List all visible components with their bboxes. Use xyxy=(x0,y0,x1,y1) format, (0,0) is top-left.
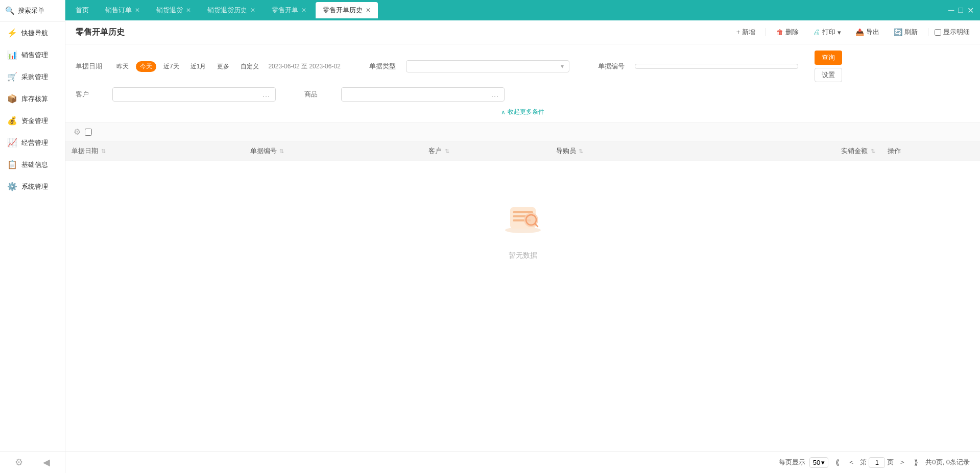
goods-dots[interactable]: … xyxy=(491,90,499,99)
th-date[interactable]: 单据日期 ⇅ xyxy=(65,141,244,161)
show-detail-checkbox[interactable]: 显示明细 xyxy=(935,28,970,37)
table-settings-icon[interactable]: ⚙ xyxy=(74,127,81,137)
select-all-checkbox[interactable] xyxy=(85,129,92,136)
sidebar-item-label: 库存核算 xyxy=(21,94,48,104)
th-guide[interactable]: 导购员 ⇅ xyxy=(550,141,703,161)
tab-retail-open[interactable]: 零售开单 ✕ xyxy=(265,2,314,18)
settings-footer-icon[interactable]: ⚙ xyxy=(15,457,23,468)
page-next-btn[interactable]: ＞ xyxy=(896,457,909,468)
tab-retail-history-close[interactable]: ✕ xyxy=(366,7,371,14)
sort-date-icon[interactable]: ⇅ xyxy=(101,148,106,154)
number-input[interactable] xyxy=(635,64,798,69)
th-date-label: 单据日期 xyxy=(71,147,98,155)
tab-sales-return-history[interactable]: 销货退货历史 ✕ xyxy=(200,2,262,18)
sidebar-item-sales-mgmt[interactable]: 📊 销售管理 xyxy=(0,44,65,66)
th-number[interactable]: 单据编号 ⇅ xyxy=(244,141,423,161)
delete-icon: 🗑 xyxy=(776,28,783,36)
settings-button[interactable]: 设置 xyxy=(815,68,842,82)
date-label: 单据日期 xyxy=(76,62,104,71)
inventory-icon: 📦 xyxy=(7,94,17,104)
sidebar-item-basic-info[interactable]: 📋 基础信息 xyxy=(0,154,65,176)
tab-home[interactable]: 首页 xyxy=(68,2,96,18)
basic-info-icon: 📋 xyxy=(7,160,17,169)
tab-retail-history[interactable]: 零售开单历史 ✕ xyxy=(316,2,378,18)
sidebar-item-label: 经营管理 xyxy=(21,138,48,147)
table-wrap: 单据日期 ⇅ 单据编号 ⇅ 客户 ⇅ 导购员 ⇅ xyxy=(65,141,980,451)
sidebar-item-finance[interactable]: 💰 资金管理 xyxy=(0,110,65,132)
filter-row-2: 客户 … 商品 … xyxy=(76,87,970,102)
search-icon: 🔍 xyxy=(5,6,15,15)
type-select[interactable]: ▾ xyxy=(406,60,569,72)
print-button[interactable]: 🖨 打印 ▾ xyxy=(809,26,845,39)
date-opt-7days[interactable]: 近7天 xyxy=(159,61,183,72)
sidebar: 🔍 搜索采单 ⚡ 快捷导航 📊 销售管理 🛒 采购管理 📦 库存核算 💰 资金管… xyxy=(0,0,65,473)
page-first-btn[interactable]: ⟪ xyxy=(832,457,843,467)
print-label: 打印 xyxy=(822,28,835,37)
date-opt-more[interactable]: 更多 xyxy=(213,61,233,72)
th-number-label: 单据编号 xyxy=(250,147,277,155)
page-input[interactable] xyxy=(869,457,885,468)
th-amount[interactable]: 实销金额 ⇅ xyxy=(703,141,881,161)
close-window-icon[interactable]: ✕ xyxy=(967,6,974,15)
goods-input[interactable]: … xyxy=(341,87,505,102)
collapse-sidebar-icon[interactable]: ◀ xyxy=(43,457,50,468)
tab-sales-order[interactable]: 销售订单 ✕ xyxy=(98,2,147,18)
th-customer-label: 客户 xyxy=(428,147,442,155)
sort-guide-icon[interactable]: ⇅ xyxy=(579,148,583,154)
type-label: 单据类型 xyxy=(369,62,398,71)
minimize-icon[interactable]: ─ xyxy=(948,6,954,15)
tab-sales-return[interactable]: 销货退货 ✕ xyxy=(149,2,198,18)
tab-retail-open-label: 零售开单 xyxy=(272,6,298,15)
sidebar-item-label: 采购管理 xyxy=(21,72,48,82)
filter-area: 单据日期 昨天 今天 近7天 近1月 更多 自定义 2023-06-02 至 2… xyxy=(65,44,980,123)
sidebar-search[interactable]: 🔍 搜索采单 xyxy=(0,0,65,22)
tab-sales-return-close[interactable]: ✕ xyxy=(186,7,191,14)
date-opt-yesterday[interactable]: 昨天 xyxy=(112,61,133,72)
customer-input[interactable]: … xyxy=(112,87,276,102)
add-button[interactable]: + 新增 xyxy=(732,26,759,39)
tabs-bar: 首页 销售订单 ✕ 销货退货 ✕ 销货退货历史 ✕ 零售开单 ✕ 零售开单历史 … xyxy=(65,0,980,20)
date-opt-custom[interactable]: 自定义 xyxy=(236,61,263,72)
show-detail-input[interactable] xyxy=(935,29,941,36)
sidebar-item-purchase-mgmt[interactable]: 🛒 采购管理 xyxy=(0,66,65,88)
collapse-bar[interactable]: ∧ 收起更多条件 xyxy=(76,107,970,117)
search-label: 搜索采单 xyxy=(18,6,44,15)
main-content: 首页 销售订单 ✕ 销货退货 ✕ 销货退货历史 ✕ 零售开单 ✕ 零售开单历史 … xyxy=(65,0,980,473)
th-action: 操作 xyxy=(881,141,980,161)
sort-number-icon[interactable]: ⇅ xyxy=(279,148,284,154)
sidebar-item-inventory[interactable]: 📦 库存核算 xyxy=(0,88,65,110)
finance-icon: 💰 xyxy=(7,116,17,126)
date-opt-1month[interactable]: 近1月 xyxy=(186,61,210,72)
sidebar-item-operations[interactable]: 📈 经营管理 xyxy=(0,132,65,154)
collapse-label: 收起更多条件 xyxy=(508,108,544,116)
query-button[interactable]: 查询 xyxy=(815,51,842,65)
date-opt-today[interactable]: 今天 xyxy=(136,61,156,72)
delete-button[interactable]: 🗑 删除 xyxy=(772,26,803,39)
filter-row-1: 单据日期 昨天 今天 近7天 近1月 更多 自定义 2023-06-02 至 2… xyxy=(76,51,970,82)
sort-amount-icon[interactable]: ⇅ xyxy=(871,148,875,154)
th-customer[interactable]: 客户 ⇅ xyxy=(422,141,549,161)
number-label: 单据编号 xyxy=(598,62,627,71)
tab-sales-order-close[interactable]: ✕ xyxy=(135,7,140,14)
tab-retail-open-close[interactable]: ✕ xyxy=(301,7,306,14)
customer-dots[interactable]: … xyxy=(262,90,270,99)
page-prev-btn[interactable]: ＜ xyxy=(845,457,858,468)
export-button[interactable]: 📤 导出 xyxy=(851,26,883,39)
maximize-icon[interactable]: □ xyxy=(958,6,963,15)
refresh-button[interactable]: 🔄 刷新 xyxy=(890,26,922,39)
tab-sales-return-history-close[interactable]: ✕ xyxy=(250,7,255,14)
th-amount-label: 实销金额 xyxy=(841,147,868,155)
page-last-btn[interactable]: ⟫ xyxy=(911,457,921,467)
per-page-select[interactable]: 50 ▾ xyxy=(809,457,828,468)
sidebar-item-quick-nav[interactable]: ⚡ 快捷导航 xyxy=(0,22,65,44)
refresh-icon: 🔄 xyxy=(894,28,902,36)
tab-sales-return-label: 销货退货 xyxy=(156,6,183,15)
system-icon: ⚙️ xyxy=(7,182,17,191)
export-icon: 📤 xyxy=(855,28,864,36)
tab-sales-return-history-label: 销货退货历史 xyxy=(207,6,247,15)
sidebar-item-system[interactable]: ⚙️ 系统管理 xyxy=(0,176,65,197)
page-total: 共0页, 0条记录 xyxy=(925,458,970,467)
th-action-label: 操作 xyxy=(888,147,901,155)
page-nav: ⟪ ＜ 第 页 ＞ ⟫ xyxy=(832,457,921,468)
sort-customer-icon[interactable]: ⇅ xyxy=(445,148,449,154)
